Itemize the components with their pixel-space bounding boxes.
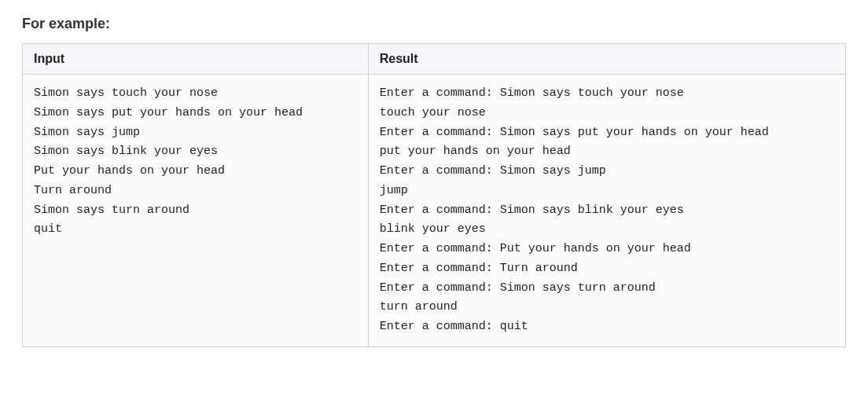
cell-result: Enter a command: Simon says touch your n… xyxy=(368,75,845,347)
example-table: Input Result Simon says touch your nose … xyxy=(22,43,846,347)
cell-input: Simon says touch your nose Simon says pu… xyxy=(23,75,369,347)
header-input: Input xyxy=(23,44,369,75)
input-code: Simon says touch your nose Simon says pu… xyxy=(34,84,357,240)
example-heading: For example: xyxy=(22,16,846,32)
result-code: Enter a command: Simon says touch your n… xyxy=(380,84,834,337)
table-row: Simon says touch your nose Simon says pu… xyxy=(23,75,846,347)
header-result: Result xyxy=(368,44,845,75)
